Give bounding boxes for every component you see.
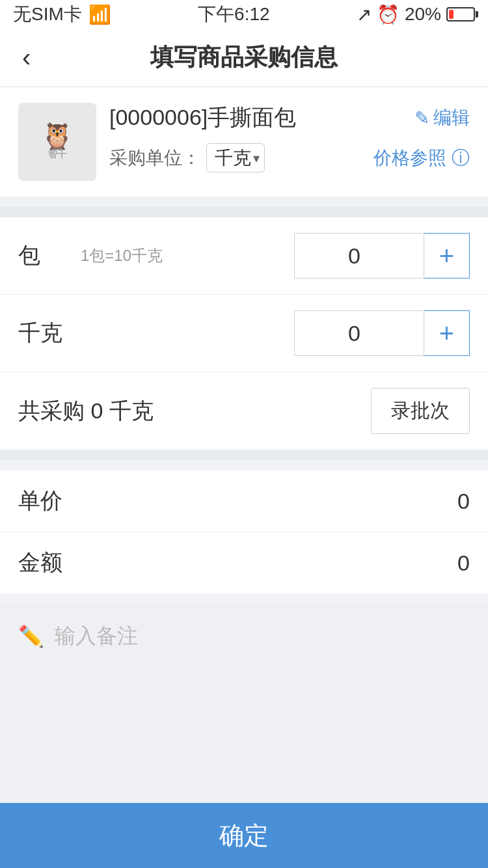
location-icon: ↗ <box>357 4 372 25</box>
confirm-button[interactable]: 确定 <box>219 819 269 852</box>
alarm-icon: ⏰ <box>377 4 400 25</box>
kg-plus-button[interactable]: + <box>424 310 470 356</box>
bag-input-row: 包 1包=10千克 + <box>0 217 488 295</box>
bag-label: 包 <box>18 241 70 271</box>
battery-icon <box>446 7 475 21</box>
kg-input[interactable] <box>294 310 424 356</box>
back-icon: ‹ <box>22 43 31 72</box>
bag-sub-label: 1包=10千克 <box>81 245 284 266</box>
status-bar: 无SIM卡 📶 下午6:12 ↗ ⏰ 20% <box>0 0 488 29</box>
page-title: 填写商品采购信息 <box>150 42 338 74</box>
product-name: [0000006]手撕面包 <box>109 103 296 133</box>
unit-select[interactable]: 千克 <box>206 143 265 172</box>
unit-prefix: 采购单位： <box>109 148 200 168</box>
status-left: 无SIM卡 📶 <box>13 2 111 27</box>
total-text: 共采购 0 千克 <box>18 396 154 426</box>
kg-input-control: + <box>294 310 470 356</box>
unit-price-label: 单价 <box>18 486 62 516</box>
status-time: 下午6:12 <box>198 2 270 27</box>
brand-text: 智十 <box>48 149 66 161</box>
owl-icon: 🦉 <box>41 123 74 149</box>
pencil-icon: ✏️ <box>18 624 44 649</box>
bag-input[interactable] <box>294 233 424 278</box>
edit-icon: ✎ <box>414 107 429 129</box>
back-button[interactable]: ‹ <box>16 36 37 79</box>
total-row: 共采购 0 千克 录批次 <box>0 372 488 450</box>
remark-section[interactable]: ✏️ 输入备注 <box>0 604 488 669</box>
amount-value: 0 <box>457 550 470 576</box>
kg-label: 千克 <box>18 318 70 348</box>
bag-input-control: + <box>294 233 470 278</box>
amount-label: 金额 <box>18 548 62 578</box>
amount-row: 金额 0 <box>0 532 488 593</box>
battery-percent: 20% <box>405 4 441 25</box>
product-section: 🦉 智十 [0000006]手撕面包 ✎ 编辑 采购单位： 千克 <box>0 87 488 197</box>
price-ref-button[interactable]: 价格参照 ⓘ <box>373 146 470 170</box>
carrier-text: 无SIM卡 <box>13 2 82 27</box>
price-info-section: 单价 0 金额 0 <box>0 470 488 593</box>
status-right: ↗ ⏰ 20% <box>357 4 475 25</box>
confirm-bar[interactable]: 确定 <box>0 803 488 868</box>
empty-space <box>0 669 488 803</box>
product-details: [0000006]手撕面包 ✎ 编辑 采购单位： 千克 价格参照 <box>109 103 470 172</box>
edit-button[interactable]: ✎ 编辑 <box>414 105 470 130</box>
bag-plus-button[interactable]: + <box>424 233 470 278</box>
wifi-icon: 📶 <box>88 4 111 25</box>
kg-input-row: 千克 + <box>0 295 488 372</box>
product-image: 🦉 智十 <box>18 103 96 181</box>
edit-label: 编辑 <box>433 105 470 130</box>
input-section: 包 1包=10千克 + 千克 + 共采购 0 千克 录批次 <box>0 217 488 450</box>
unit-price-value: 0 <box>457 489 470 514</box>
divider-1 <box>0 207 488 217</box>
help-icon: ⓘ <box>452 146 470 170</box>
price-ref-label: 价格参照 <box>373 146 446 170</box>
unit-price-row: 单价 0 <box>0 470 488 532</box>
remark-placeholder: 输入备注 <box>55 622 138 651</box>
nav-bar: ‹ 填写商品采购信息 <box>0 29 488 87</box>
batch-button[interactable]: 录批次 <box>371 388 470 434</box>
divider-2 <box>0 450 488 460</box>
